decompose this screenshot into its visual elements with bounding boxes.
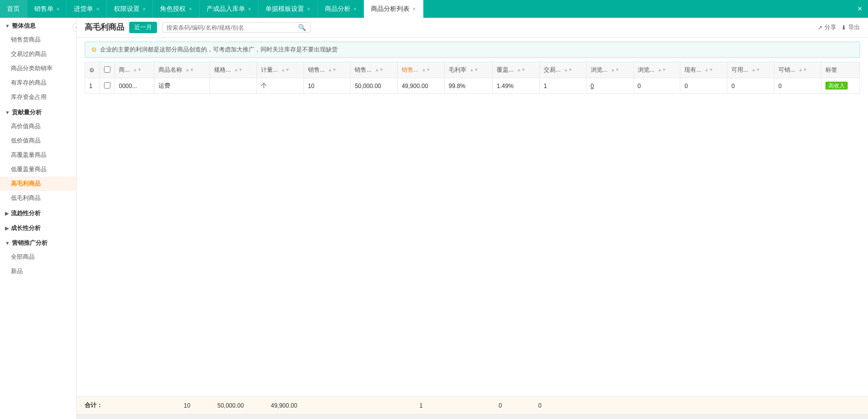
close-all-button[interactable]: × <box>852 0 868 18</box>
col-available[interactable]: 可用... ▲▼ <box>727 62 774 78</box>
sidebar-item-high-coverage[interactable]: 高覆盖量商品 <box>0 148 76 162</box>
chevron-down-icon: ▼ <box>5 110 10 115</box>
chevron-down-icon: ▼ <box>5 23 10 29</box>
total-sales-qty-val: 10 <box>184 402 213 409</box>
sidebar-group-overall[interactable]: ▼ 整体信息 <box>0 18 76 33</box>
search-input[interactable] <box>166 24 298 31</box>
horizontal-scrollbar[interactable] <box>77 414 868 419</box>
sidebar-group-flow[interactable]: ▶ 流趋性分析 <box>0 205 76 220</box>
total-sales-cost: 49,900.00 <box>271 402 320 409</box>
col-sales-amount[interactable]: 销售... ▲▼ <box>351 62 398 78</box>
cell-sellable: 0 <box>774 78 821 94</box>
period-button[interactable]: 近一月 <box>129 22 157 33</box>
total-sales-qty <box>124 402 184 409</box>
sort-icon[interactable]: ▲▼ <box>705 68 714 72</box>
sidebar-item-in-stock-goods[interactable]: 有库存的商品 <box>0 76 76 90</box>
close-icon[interactable]: × <box>248 6 251 12</box>
row-checkbox[interactable] <box>104 82 110 89</box>
nav-product-inbound[interactable]: 产成品入库单 × <box>200 0 258 18</box>
sidebar-item-category-assist[interactable]: 商品分类助销率 <box>0 61 76 76</box>
total-spacer <box>320 402 419 409</box>
sort-icon[interactable]: ▲▼ <box>611 68 619 72</box>
cell-spec <box>210 78 257 94</box>
close-icon[interactable]: × <box>56 6 59 12</box>
nav-purchase-order[interactable]: 进货单 × <box>67 0 106 18</box>
col-browse2[interactable]: 浏览... ▲▼ <box>633 62 680 78</box>
cell-current: 0 <box>680 78 727 94</box>
sort-icon[interactable]: ▲▼ <box>185 68 194 72</box>
sort-icon[interactable]: ▲▼ <box>469 68 478 72</box>
col-coverage[interactable]: 覆盖... ▲▼ <box>493 62 540 78</box>
col-trade[interactable]: 交易... ▲▼ <box>540 62 587 78</box>
sort-icon[interactable]: ▲▼ <box>658 68 666 72</box>
cell-browse1[interactable]: 0 <box>586 78 633 94</box>
col-checkbox[interactable] <box>100 62 115 78</box>
select-all-checkbox[interactable] <box>104 66 110 73</box>
sidebar-item-low-margin[interactable]: 低毛利商品 <box>0 191 76 205</box>
close-icon[interactable]: × <box>143 6 146 12</box>
sidebar-item-all-goods[interactable]: 全部商品 <box>0 250 76 264</box>
sidebar-item-stock-capital[interactable]: 库存资金占用 <box>0 90 76 104</box>
search-icon[interactable]: 🔍 <box>298 24 306 31</box>
close-icon[interactable]: × <box>354 6 357 12</box>
sort-icon[interactable]: ▲▼ <box>798 68 807 72</box>
col-name[interactable]: 商品名称 ▲▼ <box>154 62 209 78</box>
nav-product-analysis-list[interactable]: 商品分析列表 × <box>364 0 423 18</box>
col-sellable[interactable]: 可销... ▲▼ <box>774 62 821 78</box>
hint-icon: ⚙ <box>91 46 97 53</box>
table-container[interactable]: ⚙ 商... ▲▼ 商品名称 ▲▼ 规格... ▲▼ <box>77 62 868 396</box>
sidebar-item-traded-goods[interactable]: 交易过的商品 <box>0 47 76 61</box>
nav-product-analysis[interactable]: 商品分析 × <box>318 0 364 18</box>
total-browse1 <box>459 402 499 409</box>
sidebar-item-low-value[interactable]: 低价值商品 <box>0 134 76 148</box>
nav-sales-order[interactable]: 销售单 × <box>27 0 67 18</box>
nav-home[interactable]: 首页 <box>0 0 27 18</box>
sort-icon[interactable]: ▲▼ <box>517 68 526 72</box>
col-code[interactable]: 商... ▲▼ <box>115 62 154 78</box>
cell-tag: 高收入 <box>821 78 860 94</box>
col-settings[interactable]: ⚙ <box>85 62 100 78</box>
sidebar-item-new-goods[interactable]: 新品 <box>0 264 76 279</box>
nav-role-auth[interactable]: 角色授权 × <box>153 0 199 18</box>
sidebar-item-high-margin[interactable]: 高毛利商品 <box>0 177 76 191</box>
close-icon[interactable]: × <box>189 6 192 12</box>
close-icon[interactable]: × <box>96 6 99 12</box>
sort-icon[interactable]: ▲▼ <box>422 68 431 72</box>
col-unit[interactable]: 计量... ▲▼ <box>256 62 304 78</box>
share-button[interactable]: ↗ 分享 <box>817 23 836 32</box>
sort-icon[interactable]: ▲▼ <box>328 68 337 72</box>
cell-sales-qty: 10 <box>304 78 351 94</box>
sort-icon[interactable]: ▲▼ <box>563 68 572 72</box>
col-sales-qty[interactable]: 销售... ▲▼ <box>304 62 351 78</box>
sort-icon[interactable]: ▲▼ <box>375 68 384 72</box>
cell-checkbox[interactable] <box>100 78 115 94</box>
content-area: 高毛利商品 近一月 🔍 ↗ 分享 ⬇ 导出 ⚙ 企业的主要的利润都是这部分商品创… <box>77 18 868 419</box>
col-browse1[interactable]: 浏览... ▲▼ <box>586 62 633 78</box>
nav-template-settings[interactable]: 单据模板设置 × <box>258 0 317 18</box>
sidebar-group-growth[interactable]: ▶ 成长性分析 <box>0 220 76 235</box>
sort-icon[interactable]: ▲▼ <box>752 68 761 72</box>
close-icon[interactable]: × <box>412 6 415 12</box>
sidebar-item-high-value[interactable]: 高价值商品 <box>0 119 76 134</box>
col-gross-rate[interactable]: 毛利率 ▲▼ <box>444 62 492 78</box>
page-title: 高毛利商品 <box>85 22 124 33</box>
close-icon[interactable]: × <box>307 6 310 12</box>
hint-bar: ⚙ 企业的主要的利润都是这部分商品创造的，可考虑加大推广，同时关注库存是不要出现… <box>85 42 860 58</box>
header-actions: ↗ 分享 ⬇ 导出 <box>817 23 860 32</box>
col-spec[interactable]: 规格... ▲▼ <box>210 62 257 78</box>
export-button[interactable]: ⬇ 导出 <box>841 23 860 32</box>
sort-icon[interactable]: ▲▼ <box>133 68 142 72</box>
col-tag[interactable]: 标签 <box>821 62 860 78</box>
cell-sales-amount: 50,000.00 <box>351 78 398 94</box>
sort-icon[interactable]: ▲▼ <box>281 68 290 72</box>
cell-unit: 个 <box>256 78 304 94</box>
sidebar-item-sales-goods[interactable]: 销售货商品 <box>0 33 76 47</box>
footer-total-bar: 合计： 10 50,000.00 49,900.00 1 0 0 <box>77 396 868 414</box>
col-current[interactable]: 现有... ▲▼ <box>680 62 727 78</box>
col-sales-cost[interactable]: 销售... ▲▼ <box>398 62 445 78</box>
sidebar-group-contribution[interactable]: ▼ 贡献量分析 <box>0 104 76 119</box>
sort-icon[interactable]: ▲▼ <box>234 68 243 72</box>
sidebar-item-low-coverage[interactable]: 低覆盖量商品 <box>0 162 76 177</box>
nav-permission-settings[interactable]: 权限设置 × <box>107 0 153 18</box>
sidebar-group-marketing[interactable]: ▼ 营销推广分析 <box>0 235 76 250</box>
